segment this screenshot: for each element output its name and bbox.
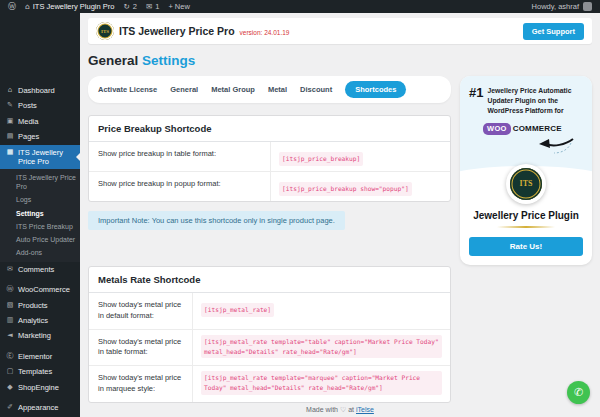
rate-us-button[interactable]: Rate Us! bbox=[469, 237, 583, 256]
its-badge-logo-icon: ITS bbox=[506, 164, 546, 204]
settings-tabs: Activate License General Metal Group Met… bbox=[88, 76, 451, 103]
products-icon: ▧ bbox=[6, 301, 14, 310]
price-breakup-shortcode-card: Price Breakup Shortcode Show price break… bbox=[88, 115, 451, 202]
shortcode-row: Show today's metal price in table format… bbox=[89, 330, 450, 367]
admin-bar-comments[interactable]: ✉ 1 bbox=[146, 2, 159, 11]
elementor-icon: Ⓔ bbox=[6, 352, 14, 361]
admin-bar-site-link[interactable]: ⌂ ITS Jewellery Plugin Pro bbox=[25, 2, 114, 11]
tab-metal-group[interactable]: Metal Group bbox=[211, 85, 255, 94]
shortcode-value: [itsjp_price_breakup show="popup"] bbox=[279, 182, 412, 196]
sidebar-item-woocommerce[interactable]: ⓌWooCommerce bbox=[0, 282, 80, 297]
shortcode-value: [itsjp_metal_rate template="marquee" cap… bbox=[201, 371, 442, 395]
woo-badge-icon: WOO bbox=[483, 123, 511, 135]
submenu-item-logs[interactable]: Logs bbox=[0, 193, 80, 206]
dashboard-icon: ⌂ bbox=[6, 86, 14, 95]
its-plugin-icon: ▦ bbox=[6, 148, 14, 157]
sidebar-item-analytics[interactable]: ▥Analytics bbox=[0, 313, 80, 328]
submenu-item-its-price-breakup[interactable]: ITS Price Breakup bbox=[0, 220, 80, 233]
tab-activate-license[interactable]: Activate License bbox=[98, 85, 157, 94]
sidebar-item-appearance[interactable]: ✐Appearance bbox=[0, 400, 80, 415]
sidebar-item-products[interactable]: ▧Products bbox=[0, 298, 80, 313]
howdy-text[interactable]: Howdy, ashraf bbox=[532, 2, 579, 11]
comments-bubble-icon: ✉ bbox=[146, 2, 152, 11]
plugin-header: ITS ITS Jewellery Price Pro version: 24.… bbox=[88, 18, 592, 44]
important-note: Important Note: You can use this shortco… bbox=[88, 211, 345, 230]
card-title: Metals Rate Shortcode bbox=[89, 267, 450, 293]
submenu-item-settings[interactable]: Settings bbox=[0, 207, 80, 220]
shortcode-value: [itsjp_price_breakup] bbox=[279, 152, 363, 166]
woocommerce-icon: Ⓦ bbox=[6, 285, 14, 294]
whatsapp-button[interactable]: ✆ bbox=[567, 381, 590, 404]
media-icon: ▣ bbox=[6, 117, 14, 126]
sidebar-item-dashboard[interactable]: ⌂Dashboard bbox=[0, 83, 80, 98]
submenu-item-its-jewellery-price-pro[interactable]: ITS Jewellery Price Pro bbox=[0, 171, 80, 193]
shopengine-icon: ◆ bbox=[6, 383, 14, 392]
sidebar-item-shopengine[interactable]: ◆ShopEngine bbox=[0, 380, 80, 395]
admin-bar-updates[interactable]: ↻ 2 bbox=[123, 2, 136, 11]
heart-icon: ♡ bbox=[340, 406, 346, 414]
sidebar-item-comments[interactable]: ✉Comments bbox=[0, 262, 80, 277]
sidebar-item-elementor[interactable]: ⒺElementor bbox=[0, 349, 80, 364]
templates-icon: ▢ bbox=[6, 367, 14, 376]
tab-shortcodes[interactable]: Shortcodes bbox=[345, 81, 406, 98]
its-plugin-submenu: ITS Jewellery Price Pro Logs Settings IT… bbox=[0, 169, 80, 262]
sidebar-item-posts[interactable]: ✎Posts bbox=[0, 98, 80, 113]
get-support-button[interactable]: Get Support bbox=[523, 23, 584, 40]
rank-number: #1 bbox=[469, 86, 483, 116]
updates-count: 2 bbox=[133, 2, 137, 11]
whatsapp-phone-icon: ✆ bbox=[574, 386, 583, 399]
site-name: ITS Jewellery Plugin Pro bbox=[33, 2, 115, 11]
plugin-title: ITS Jewellery Price Pro bbox=[119, 25, 235, 37]
footer: Made with ♡ at iTelse bbox=[80, 406, 600, 414]
card-title: Price Breakup Shortcode bbox=[89, 116, 450, 142]
analytics-icon: ▥ bbox=[6, 316, 14, 325]
promo-card: #1 Jewellery Price Automatic Updater Plu… bbox=[460, 76, 592, 265]
sidebar-item-its-jewellery-price-pro[interactable]: ▦ITS Jewellery Price Pro bbox=[0, 145, 80, 170]
woocommerce-logo: WOO COMMERCE bbox=[483, 123, 583, 135]
submenu-item-add-ons[interactable]: Add-ons bbox=[0, 246, 80, 259]
wordpress-logo-icon[interactable]: Ⓦ bbox=[8, 1, 16, 12]
admin-bar: Ⓦ ⌂ ITS Jewellery Plugin Pro ↻ 2 ✉ 1 + N… bbox=[0, 0, 600, 13]
shortcode-row: Show today's metal price in default form… bbox=[89, 293, 450, 330]
shortcode-value: [itsjp_metal_rate template="table" capti… bbox=[201, 335, 442, 359]
shortcode-row: Show price breakup in table format: [its… bbox=[89, 142, 450, 172]
appearance-icon: ✐ bbox=[6, 403, 14, 412]
gold-divider bbox=[497, 226, 555, 228]
comments-count: 1 bbox=[155, 2, 159, 11]
sidebar-item-marketing[interactable]: ◄Marketing bbox=[0, 328, 80, 343]
comments-icon: ✉ bbox=[6, 265, 14, 274]
updates-icon: ↻ bbox=[123, 2, 129, 11]
shortcode-row: Show price breakup in popup format: [its… bbox=[89, 172, 450, 201]
shortcode-row: Show today's metal price in marquee styl… bbox=[89, 366, 450, 402]
promo-plugin-name: Jewellery Price Plugin bbox=[460, 210, 592, 221]
sidebar-item-templates[interactable]: ▢Templates bbox=[0, 364, 80, 379]
arrow-doodle-icon bbox=[537, 136, 577, 156]
its-logo-icon: ITS bbox=[96, 22, 114, 40]
page-title: General Settings bbox=[88, 53, 592, 68]
sidebar-item-pages[interactable]: ▤Pages bbox=[0, 129, 80, 144]
tab-metal[interactable]: Metal bbox=[268, 85, 287, 94]
metals-rate-shortcode-card: Metals Rate Shortcode Show today's metal… bbox=[88, 266, 451, 403]
submenu-item-auto-price-updater[interactable]: Auto Price Updater bbox=[0, 233, 80, 246]
home-icon: ⌂ bbox=[25, 2, 30, 11]
promo-lead-text: Jewellery Price Automatic Updater Plugin… bbox=[487, 86, 583, 116]
main-content: ITS ITS Jewellery Price Pro version: 24.… bbox=[80, 13, 600, 417]
tab-discount[interactable]: Discount bbox=[300, 85, 332, 94]
posts-icon: ✎ bbox=[6, 101, 14, 110]
plugin-version: version: 24.01.19 bbox=[240, 29, 290, 36]
shortcode-value: [itsjp_metal_rate] bbox=[201, 303, 274, 317]
footer-brand-link[interactable]: iTelse bbox=[356, 406, 374, 413]
tab-general[interactable]: General bbox=[170, 85, 198, 94]
pages-icon: ▤ bbox=[6, 132, 14, 141]
marketing-icon: ◄ bbox=[6, 331, 14, 340]
admin-sidebar: ⌂Dashboard ✎Posts ▣Media ▤Pages ▦ITS Jew… bbox=[0, 13, 80, 417]
sidebar-item-media[interactable]: ▣Media bbox=[0, 114, 80, 129]
user-avatar[interactable] bbox=[583, 2, 592, 11]
admin-bar-new-button[interactable]: + New bbox=[168, 2, 189, 11]
